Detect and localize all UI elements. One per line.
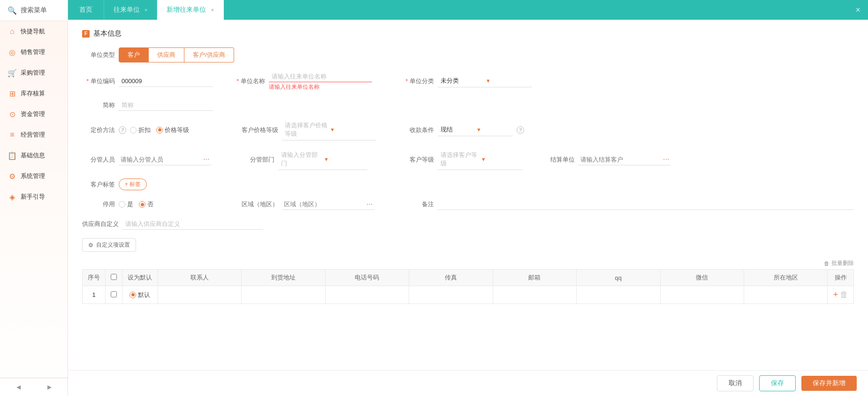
disabled-no-radio[interactable]: 否 <box>139 200 153 209</box>
sidebar-item-beginner[interactable]: ◈ 新手引导 <box>0 186 68 207</box>
sidebar-item-label: 库存核算 <box>21 89 45 98</box>
sidebar-item-quick-nav[interactable]: ⌂ 快捷导航 <box>0 21 68 42</box>
sidebar-bottom-right[interactable]: ▶ <box>35 382 64 392</box>
fax-input[interactable] <box>414 292 487 298</box>
sidebar-item-label: 销售管理 <box>21 48 45 56</box>
section-title-text: 基本信息 <box>93 29 122 38</box>
type-btn-supplier[interactable]: 供应商 <box>149 47 184 62</box>
tab-partners[interactable]: 往来单位 × <box>104 0 157 20</box>
table-body: 1 默认 <box>83 286 854 304</box>
category-group: 单位分类 未分类 ▼ <box>401 75 551 87</box>
type-btn-both[interactable]: 客户/供应商 <box>184 47 234 62</box>
settlement-more[interactable]: ··· <box>661 155 671 163</box>
pricing-radio-discount[interactable]: 折扣 <box>130 126 151 134</box>
tab-new-partner-label: 新增往来单位 <box>167 6 206 14</box>
sidebar-bottom-left[interactable]: ◀ <box>4 382 33 392</box>
region-more[interactable]: ··· <box>365 200 374 209</box>
save-and-new-button[interactable]: 保存并新增 <box>801 376 857 391</box>
code-input[interactable] <box>119 76 213 87</box>
close-all-tabs[interactable]: × <box>848 0 868 20</box>
type-btn-customer[interactable]: 客户 <box>119 47 149 62</box>
sidebar-item-system[interactable]: ⚙ 系统管理 <box>0 166 68 186</box>
email-input[interactable] <box>498 292 571 298</box>
yes-radio[interactable] <box>119 201 125 208</box>
payment-help-icon[interactable]: ? <box>517 126 524 134</box>
disabled-yes-radio[interactable]: 是 <box>119 200 133 209</box>
tab-home[interactable]: 首页 <box>68 0 104 20</box>
payment-value: 现结 <box>441 125 474 134</box>
name-group: 单位名称 请输入往来单位名称 <box>232 71 401 91</box>
save-button[interactable]: 保存 <box>759 375 796 391</box>
no-radio[interactable] <box>139 201 145 208</box>
price-level-option-label: 价格等级 <box>165 126 189 134</box>
row-actions: + 🗑 <box>828 286 854 304</box>
manager-input[interactable] <box>119 154 201 165</box>
region-input[interactable] <box>282 199 365 210</box>
section-icon: F <box>82 30 90 38</box>
row-fax <box>409 286 493 304</box>
name-error: 请输入往来单位名称 <box>269 83 372 91</box>
payment-select[interactable]: 现结 ▼ <box>438 124 513 136</box>
supplier-custom-group: 供应商自定义 <box>82 218 307 230</box>
del-row-btn[interactable]: 🗑 <box>840 290 848 300</box>
customer-level-select[interactable]: 请选择客户等级 ▼ <box>438 149 522 170</box>
cancel-button[interactable]: 取消 <box>717 375 754 391</box>
table-head: 序号 设为默认 联系人 到货地址 电话号码 传真 邮箱 qq 微信 所在地区 操… <box>83 270 854 286</box>
pricing-help-icon[interactable]: ? <box>119 126 126 134</box>
row-default-radio[interactable]: 默认 <box>127 291 153 299</box>
name-input[interactable] <box>269 71 372 82</box>
tab-home-label: 首页 <box>79 6 92 14</box>
tab-new-partner[interactable]: 新增往来单位 × <box>157 0 223 20</box>
dept-group: 分管部门 请输入分管部门 ▼ <box>242 149 401 170</box>
tab-new-partner-close[interactable]: × <box>211 7 213 13</box>
price-level-radio[interactable] <box>156 127 163 133</box>
sidebar-item-inventory[interactable]: ⊞ 库存核算 <box>0 83 68 104</box>
wechat-input[interactable] <box>665 292 739 298</box>
manager-row: 分管人员 ··· 分管部门 请输入分管部门 ▼ 客户等级 请选择客户等级 ▼ <box>82 149 854 170</box>
supplier-custom-input[interactable] <box>122 218 263 230</box>
batch-delete-label: 批量删除 <box>831 259 854 267</box>
sidebar-search[interactable]: 🔍 搜索菜单 <box>0 0 68 21</box>
add-tag-btn[interactable]: + 标签 <box>119 179 147 190</box>
sidebar-item-finance[interactable]: ⊙ 资金管理 <box>0 104 68 124</box>
short-name-label: 简称 <box>82 101 115 109</box>
short-name-input[interactable] <box>119 100 213 111</box>
short-name-row: 简称 <box>82 100 854 111</box>
tags-label: 客户标签 <box>82 180 115 189</box>
tab-bar-spacer <box>224 0 848 20</box>
row-contact <box>158 286 241 304</box>
form-footer: 取消 保存 保存并新增 <box>68 370 868 396</box>
region-row-input[interactable] <box>749 292 822 298</box>
sidebar-item-label: 系统管理 <box>21 172 45 180</box>
price-level-select[interactable]: 请选择客户价格等级 ▼ <box>282 119 376 140</box>
select-all-checkbox[interactable] <box>111 274 117 280</box>
type-button-group: 客户 供应商 客户/供应商 <box>119 47 234 62</box>
discount-radio[interactable] <box>130 127 137 133</box>
default-radio <box>129 292 136 298</box>
sidebar-item-purchase[interactable]: 🛒 采购管理 <box>0 62 68 83</box>
code-label: 单位编码 <box>82 77 115 85</box>
row-phone <box>325 286 409 304</box>
contact-input[interactable] <box>163 292 236 298</box>
add-row-btn[interactable]: + <box>833 290 838 300</box>
settlement-input[interactable] <box>579 154 661 165</box>
qq-input[interactable] <box>581 292 655 298</box>
settlement-field: ··· <box>579 154 671 165</box>
batch-delete-btn[interactable]: 🗑 批量删除 <box>824 259 854 267</box>
sidebar-item-basic-info[interactable]: 📋 基础信息 <box>0 145 68 166</box>
tab-partners-close[interactable]: × <box>145 7 147 13</box>
address-input[interactable] <box>246 292 320 298</box>
custom-settings-btn[interactable]: ⚙ 自定义项设置 <box>82 238 136 252</box>
region-label: 区域（地区） <box>242 200 278 209</box>
pricing-radio-price-level[interactable]: 价格等级 <box>156 126 189 134</box>
manager-field: ··· <box>119 154 211 165</box>
sidebar-item-operations[interactable]: ≡ 经营管理 <box>0 124 68 145</box>
dept-select[interactable]: 请输入分管部门 ▼ <box>278 149 367 170</box>
row-checkbox[interactable] <box>111 291 117 297</box>
remark-input[interactable] <box>438 199 854 210</box>
sidebar-item-sales[interactable]: ◎ 销售管理 <box>0 42 68 62</box>
manager-more[interactable]: ··· <box>201 155 211 163</box>
phone-input[interactable] <box>330 292 404 298</box>
region-group: 区域（地区） ··· <box>242 199 401 210</box>
category-select[interactable]: 未分类 ▼ <box>438 75 532 87</box>
